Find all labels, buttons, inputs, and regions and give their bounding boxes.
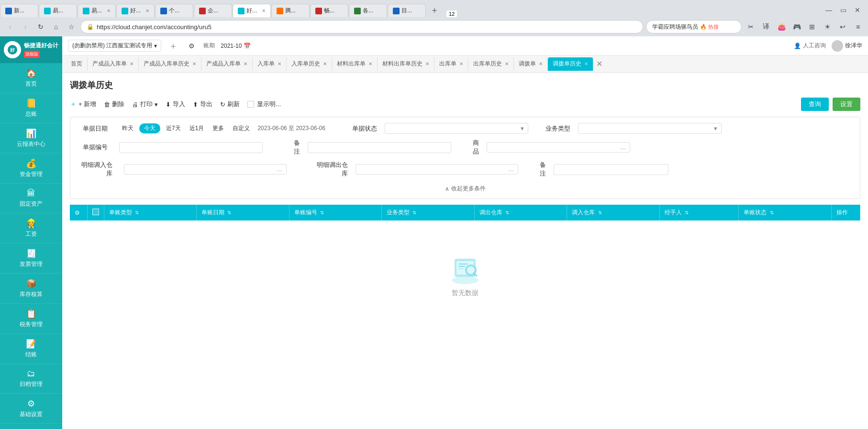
th-handler[interactable]: 经手人 ⇅ — [659, 205, 739, 220]
browser-tab-11[interactable]: 目... — [388, 4, 426, 17]
th-gear[interactable]: ⚙ — [70, 205, 87, 220]
th-biz-type[interactable]: 业务类型 ⇅ — [382, 205, 475, 220]
tab-close-7[interactable]: ✕ — [259, 8, 266, 13]
sidebar-item-cloud-report[interactable]: 📊 云报表中心 — [0, 123, 62, 154]
browser-tab-10[interactable]: 各... — [349, 4, 387, 17]
browser-tab-4[interactable]: 好... ✕ — [116, 4, 155, 17]
page-tab-close-4[interactable]: ✕ — [278, 61, 281, 66]
win-minimize-button[interactable]: — — [822, 3, 835, 17]
search-bar[interactable]: 学霸应聘场驱鸟员 🔥 热搜 — [646, 20, 742, 33]
page-tab-3[interactable]: 产成品入库单 ✕ — [201, 57, 253, 71]
page-tab-10[interactable]: 调拨单 ✕ — [514, 57, 548, 71]
tab-close-3[interactable]: ✕ — [104, 8, 111, 13]
page-tab-11[interactable]: 调拨单历史 ✕ — [548, 57, 593, 71]
browser-tab-3[interactable]: 易... ✕ — [78, 4, 116, 17]
page-tab-home[interactable]: 首页 — [66, 57, 88, 71]
remark-input[interactable] — [308, 142, 451, 153]
print-button[interactable]: 🖨 打印 ▾ — [132, 98, 158, 110]
th-in-warehouse[interactable]: 调入仓库 ⇅ — [567, 205, 660, 220]
nav-home-button[interactable]: ⌂ — [50, 21, 62, 33]
date-btn-custom[interactable]: 自定义 — [230, 123, 253, 133]
browser-tab-7[interactable]: 好... ✕ — [233, 4, 271, 17]
browser-tab-5[interactable]: 个... — [155, 4, 193, 17]
browser-tab-6[interactable]: 企... — [194, 4, 232, 17]
sidebar-item-invoice[interactable]: 🧾 发票管理 — [0, 243, 62, 274]
refresh-button[interactable]: ↻ 刷新 — [220, 98, 240, 110]
remark2-input[interactable] — [554, 164, 668, 175]
browser-tab-2[interactable]: 易... — [39, 4, 77, 17]
page-tab-close-8[interactable]: ✕ — [459, 61, 463, 66]
sidebar-item-fund[interactable]: 💰 资金管理 — [0, 154, 62, 184]
page-tab-close-1[interactable]: ✕ — [130, 61, 134, 66]
sidebar-item-home[interactable]: 🏠 首页 — [0, 63, 62, 93]
import-button[interactable]: ⬇ 导入 — [166, 98, 185, 110]
detail-out-input[interactable]: … — [356, 164, 518, 175]
nav-star-button[interactable]: ☆ — [65, 21, 78, 33]
query-button[interactable]: 查询 — [801, 98, 829, 111]
page-tab-5[interactable]: 入库单历史 ✕ — [287, 57, 332, 71]
th-out-warehouse[interactable]: 调出仓库 ⇅ — [474, 205, 567, 220]
page-tab-1[interactable]: 产成品入库单 ✕ — [88, 57, 139, 71]
status-select[interactable]: ▾ — [385, 123, 528, 134]
game-icon[interactable]: 🎮 — [790, 21, 803, 33]
undo-icon[interactable]: ↩ — [836, 21, 849, 33]
win-maximize-button[interactable]: ▭ — [836, 3, 850, 17]
sidebar-item-settings[interactable]: ⚙ 基础设置 — [0, 394, 62, 424]
company-selector[interactable]: (勿删勿禁用) 江西服宝测试专用 ▾ — [68, 40, 161, 52]
th-no[interactable]: 单账编号 ⇅ — [289, 205, 382, 220]
page-tab-close-2[interactable]: ✕ — [192, 61, 196, 66]
win-close-button[interactable]: ✕ — [851, 3, 864, 17]
date-btn-7days[interactable]: 近7天 — [163, 123, 184, 133]
delete-button[interactable]: 🗑 删除 — [104, 98, 124, 110]
menu-icon[interactable]: ≡ — [852, 21, 864, 33]
goods-more-icon[interactable]: … — [620, 144, 626, 151]
sidebar-item-salary[interactable]: 👷 工资 — [0, 213, 62, 243]
company-settings-icon[interactable]: ⚙ — [185, 40, 198, 52]
goods-input[interactable]: … — [487, 142, 630, 153]
show-full-button[interactable]: 显示明... — [247, 98, 281, 110]
sidebar-item-ledger[interactable]: 📒 总账 — [0, 93, 62, 123]
page-tab-close-5[interactable]: ✕ — [323, 61, 327, 66]
sidebar-item-inventory[interactable]: 📦 库存核算 — [0, 274, 62, 304]
sidebar-item-guide[interactable]: 🎓 新手引导 — [0, 424, 62, 429]
wallet-icon[interactable]: 👛 — [775, 21, 788, 33]
page-tab-4[interactable]: 入库单 ✕ — [253, 57, 287, 71]
url-bar[interactable]: 🔒 https://cloud.chanjet.com/accounting/u… — [80, 20, 643, 33]
detail-in-input[interactable]: … — [124, 164, 287, 175]
browser-tab-8[interactable]: 腾... — [271, 4, 310, 17]
biz-type-select[interactable]: ▾ — [578, 123, 722, 134]
nav-back-button[interactable]: ‹ — [4, 21, 16, 33]
settings-button[interactable]: 设置 — [833, 98, 860, 111]
detail-in-more-icon[interactable]: … — [277, 166, 282, 173]
tab-close-4[interactable]: ✕ — [143, 8, 149, 13]
new-tab-button[interactable]: ＋ — [426, 4, 443, 16]
doc-no-input[interactable] — [119, 142, 263, 153]
sidebar-item-tax[interactable]: 📋 税务管理 — [0, 304, 62, 334]
period-value[interactable]: 2021-10 📅 — [221, 43, 251, 49]
date-btn-yesterday[interactable]: 昨天 — [119, 123, 136, 133]
page-tab-2[interactable]: 产成品入库单历史 ✕ — [139, 57, 201, 71]
export-button[interactable]: ⬆ 导出 — [193, 98, 212, 110]
user-info[interactable]: 徐泽华 — [832, 40, 862, 52]
page-tab-close-6[interactable]: ✕ — [368, 61, 372, 66]
detail-out-more-icon[interactable]: … — [508, 166, 514, 173]
new-button[interactable]: ＋ + 新增 — [70, 98, 96, 110]
sidebar-item-archive[interactable]: 🗂 归档管理 — [0, 364, 62, 394]
th-date[interactable]: 单账日期 ⇅ — [197, 205, 289, 220]
page-tab-9[interactable]: 出库单历史 ✕ — [468, 57, 514, 71]
service-button[interactable]: 👤 人工咨询 — [794, 42, 826, 50]
add-company-button[interactable]: ＋ — [167, 40, 179, 52]
grid-icon[interactable]: ⊞ — [806, 21, 818, 33]
nav-forward-button[interactable]: › — [19, 21, 32, 33]
browser-tab-1[interactable]: 新... — [0, 4, 38, 17]
close-all-tabs-button[interactable]: ✕ — [596, 59, 602, 68]
scissors-icon[interactable]: ✂ — [745, 21, 757, 33]
nav-refresh-button[interactable]: ↻ — [34, 21, 47, 33]
translate-icon[interactable]: 译 — [760, 21, 772, 33]
page-tab-8[interactable]: 出库单 ✕ — [434, 57, 468, 71]
sidebar-item-fixed-assets[interactable]: 🏛 固定资产 — [0, 184, 62, 213]
sidebar-item-close[interactable]: 📝 结账 — [0, 334, 62, 364]
page-tab-close-11[interactable]: ✕ — [584, 61, 588, 66]
brightness-icon[interactable]: ☀ — [821, 21, 834, 33]
date-btn-today[interactable]: 今天 — [139, 123, 160, 133]
